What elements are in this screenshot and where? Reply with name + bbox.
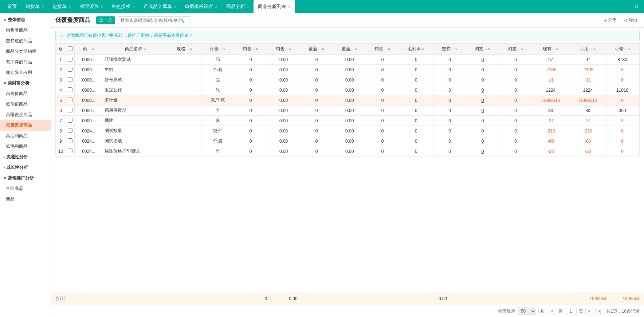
col-trade[interactable]: 交易...⇅ [433, 44, 466, 55]
row-checkbox[interactable] [68, 98, 72, 102]
sidebar-section-header-liquidity[interactable]: › 流通性分析 [0, 152, 51, 162]
col-saleable[interactable]: 可销...⇅ [606, 44, 640, 55]
nav-item-product-analysis[interactable]: 商品分析 × [222, 0, 254, 13]
sidebar-section-header-wealth[interactable]: ∨ 类财富分析 [0, 78, 51, 88]
row-checkbox-cell[interactable] [66, 136, 75, 146]
row-unit: 个,袋 [201, 136, 234, 146]
nav-item-home[interactable]: 首页 [3, 0, 21, 13]
row-checkbox[interactable] [68, 138, 72, 143]
row-browse1[interactable]: 0 [466, 85, 499, 95]
sidebar-item-all-goods[interactable]: 全部商品 [0, 183, 51, 194]
last-page-button[interactable]: >| [595, 308, 604, 314]
col-unit[interactable]: 计量...⇅ [201, 44, 234, 55]
row-checkbox-cell[interactable] [66, 85, 75, 95]
sidebar-item-stocked-goods[interactable]: 有库存的商品 [0, 57, 51, 67]
col-avail[interactable]: 可用...⇅ [569, 44, 606, 55]
row-sales3: 0 [366, 55, 399, 65]
sidebar-item-low-margin[interactable]: 低毛利商品 [0, 141, 51, 152]
page-input[interactable] [565, 308, 577, 314]
row-checkbox-cell[interactable] [66, 116, 75, 126]
share-button[interactable]: ⎋ 分享 [602, 16, 619, 24]
col-cov1[interactable]: 覆盖...⇅ [300, 44, 333, 55]
col-checkbox[interactable] [66, 44, 75, 55]
row-checkbox[interactable] [68, 148, 72, 153]
close-icon[interactable]: × [132, 4, 134, 9]
row-checkbox[interactable] [68, 57, 72, 62]
period-button[interactable]: 近一月 [96, 16, 115, 24]
col-browse1[interactable]: 浏览...⇅ [466, 44, 499, 55]
row-checkbox-cell[interactable] [66, 106, 75, 116]
row-browse1[interactable]: 0 [466, 55, 499, 65]
search-input[interactable] [121, 18, 179, 23]
nav-item-template-settings[interactable]: 单据模板设置 × [180, 0, 221, 13]
col-sales-amt[interactable]: 销售...⇅ [267, 44, 300, 55]
sidebar-item-category-rate[interactable]: 商品分类动销率 [0, 46, 51, 57]
col-margin[interactable]: 毛利率⇅ [399, 44, 433, 55]
sidebar-item-traded-goods[interactable]: 交易过的商品 [0, 36, 51, 46]
row-checkbox[interactable] [68, 128, 72, 133]
row-browse1[interactable]: 0 [466, 95, 499, 106]
first-page-button[interactable]: K [538, 308, 546, 314]
row-checkbox-cell[interactable] [66, 95, 75, 106]
row-checkbox-cell[interactable] [66, 55, 75, 65]
row-browse1[interactable]: 0 [466, 146, 499, 156]
sidebar-item-low-value[interactable]: 低价值商品 [0, 99, 51, 110]
row-browse1[interactable]: 0 [466, 136, 499, 146]
close-icon[interactable]: × [101, 4, 103, 9]
row-checkbox-cell[interactable] [66, 65, 75, 75]
close-icon[interactable]: × [68, 4, 71, 9]
col-browse2[interactable]: 浏览...⇅ [499, 44, 532, 55]
row-checkbox-cell[interactable] [66, 146, 75, 156]
nav-item-purchase[interactable]: 进货单 × [48, 0, 75, 13]
col-spec[interactable]: 规格...⇅ [168, 44, 201, 55]
row-browse1[interactable]: 0 [466, 65, 499, 75]
close-icon[interactable]: × [247, 4, 249, 9]
col-sales-qty[interactable]: 销售...⇅ [234, 44, 267, 55]
close-icon[interactable]: × [42, 4, 44, 9]
row-checkbox-cell[interactable] [66, 75, 75, 85]
page-of-label: 页 [579, 308, 583, 314]
row-browse1[interactable]: 0 [466, 126, 499, 136]
close-icon[interactable]: × [288, 4, 290, 9]
nav-item-role-auth[interactable]: 角色授权 × [107, 0, 139, 13]
prev-page-button[interactable]: < [549, 308, 556, 314]
row-checkbox[interactable] [68, 67, 72, 72]
col-stock[interactable]: 现有...⇅ [532, 44, 569, 55]
row-sales3: 0 [366, 146, 399, 156]
row-browse1[interactable]: 0 [466, 106, 499, 116]
sidebar-item-high-coverage[interactable]: 高覆盖度商品 [0, 110, 51, 120]
sidebar-item-sales-goods[interactable]: 销售类商品 [0, 25, 51, 36]
nav-item-permissions[interactable]: 权限设置 × [75, 0, 107, 13]
row-checkbox[interactable] [68, 77, 72, 82]
row-checkbox[interactable] [68, 108, 72, 112]
sidebar-section-header-overall[interactable]: « 整体信息 [0, 15, 51, 25]
close-icon[interactable]: × [174, 4, 176, 9]
row-browse1[interactable]: 0 [466, 116, 499, 126]
window-close-button[interactable]: × [632, 3, 641, 10]
page-title: 低覆盖度商品 [55, 16, 90, 24]
row-checkbox[interactable] [68, 87, 72, 92]
col-sales3[interactable]: 销售...⇅ [366, 44, 399, 55]
sidebar-item-high-margin[interactable]: 高毛利商品 [0, 131, 51, 141]
row-browse1[interactable]: 0 [466, 75, 499, 85]
sidebar-item-low-coverage[interactable]: 低覆盖度商品 [0, 120, 51, 131]
next-page-button[interactable]: > [585, 308, 593, 314]
row-checkbox[interactable] [68, 118, 72, 123]
sidebar-section-header-growth[interactable]: › 成长性分析 [0, 162, 51, 173]
sidebar-section-header-marketing[interactable]: ∨ 营销推广分析 [0, 173, 51, 183]
col-code[interactable]: 商...⇅ [75, 44, 103, 55]
col-name[interactable]: 商品名称⇅ [103, 44, 168, 55]
select-all-checkbox[interactable] [68, 46, 72, 51]
col-settings[interactable]: ⚙ [56, 44, 66, 55]
row-checkbox-cell[interactable] [66, 126, 75, 136]
export-button[interactable]: ↺ 导出 [622, 16, 640, 24]
nav-item-product-inbound[interactable]: 产成品入库单 × [139, 0, 180, 13]
close-icon[interactable]: × [215, 4, 217, 9]
col-cov2[interactable]: 覆盖...⇅ [333, 44, 366, 55]
sidebar-item-high-value[interactable]: 高价值商品 [0, 88, 51, 99]
per-page-select[interactable]: 50 10 20 100 [518, 308, 536, 315]
nav-item-sales[interactable]: 销货单 × [21, 0, 48, 13]
nav-item-product-analysis-list[interactable]: 商品分析列表 × [254, 0, 295, 13]
sidebar-item-new-goods[interactable]: 新品 [0, 194, 51, 205]
sidebar-item-capital-usage[interactable]: 库存资金占用 [0, 67, 51, 78]
